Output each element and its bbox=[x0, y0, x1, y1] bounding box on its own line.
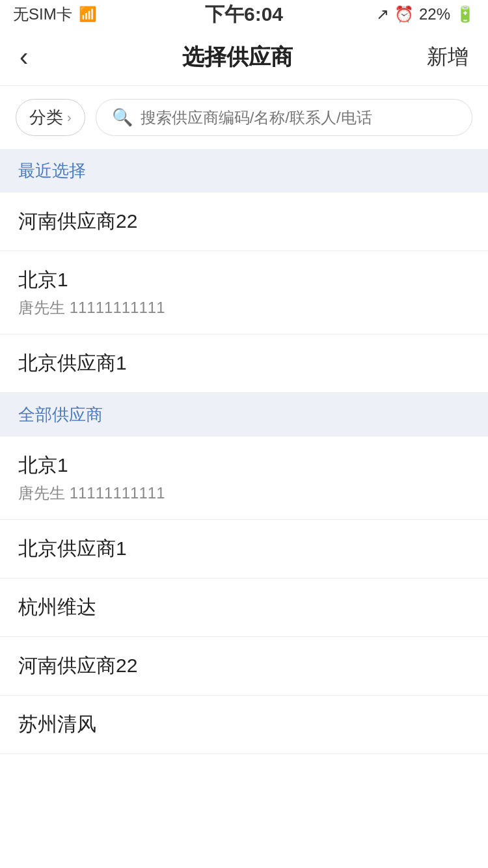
wifi-icon: 📶 bbox=[79, 6, 96, 23]
battery-icon: 🔋 bbox=[455, 5, 475, 23]
add-button[interactable]: 新增 bbox=[416, 43, 468, 72]
chevron-icon: › bbox=[67, 110, 72, 125]
list-item[interactable]: 苏州清风 bbox=[0, 696, 488, 754]
list-item[interactable]: 河南供应商22 bbox=[0, 193, 488, 251]
search-icon: 🔍 bbox=[112, 107, 133, 128]
search-box[interactable]: 🔍 bbox=[96, 99, 472, 136]
category-label: 分类 bbox=[29, 106, 63, 129]
status-right: ↗ ⏰ 22% 🔋 bbox=[376, 5, 475, 23]
status-bar: 无SIM卡 📶 下午6:04 ↗ ⏰ 22% 🔋 bbox=[0, 0, 488, 29]
alarm-icon: ⏰ bbox=[394, 5, 414, 23]
item-name: 北京供应商1 bbox=[18, 350, 470, 377]
list-item[interactable]: 杭州维达 bbox=[0, 578, 488, 637]
item-name: 北京供应商1 bbox=[18, 536, 470, 562]
item-contact: 唐先生 11111111111 bbox=[18, 297, 470, 318]
carrier-text: 无SIM卡 bbox=[13, 4, 72, 25]
recent-section-header: 最近选择 bbox=[0, 149, 488, 193]
item-name: 河南供应商22 bbox=[18, 653, 470, 679]
status-left: 无SIM卡 📶 bbox=[13, 4, 96, 25]
list-item[interactable]: 北京1唐先生 11111111111 bbox=[0, 437, 488, 520]
battery-text: 22% bbox=[419, 5, 450, 23]
item-name: 河南供应商22 bbox=[18, 208, 470, 235]
status-time: 下午6:04 bbox=[205, 1, 283, 28]
recent-section-label: 最近选择 bbox=[18, 161, 86, 180]
item-name: 苏州清风 bbox=[18, 711, 470, 738]
item-name: 杭州维达 bbox=[18, 594, 470, 621]
search-input[interactable] bbox=[141, 109, 456, 127]
filter-bar: 分类 › 🔍 bbox=[0, 86, 488, 149]
location-icon: ↗ bbox=[376, 5, 389, 23]
list-item[interactable]: 北京1唐先生 11111111111 bbox=[0, 251, 488, 334]
back-button[interactable]: ‹ bbox=[20, 42, 59, 72]
all-section-header: 全部供应商 bbox=[0, 393, 488, 437]
list-item[interactable]: 河南供应商22 bbox=[0, 637, 488, 696]
page-title: 选择供应商 bbox=[59, 42, 416, 72]
recent-items-list: 河南供应商22北京1唐先生 11111111111北京供应商1 bbox=[0, 193, 488, 393]
all-section-label: 全部供应商 bbox=[18, 405, 103, 424]
item-name: 北京1 bbox=[18, 267, 470, 293]
list-item[interactable]: 北京供应商1 bbox=[0, 520, 488, 578]
nav-bar: ‹ 选择供应商 新增 bbox=[0, 29, 488, 86]
item-name: 北京1 bbox=[18, 452, 470, 479]
item-contact: 唐先生 11111111111 bbox=[18, 483, 470, 504]
all-items-list: 北京1唐先生 11111111111北京供应商1杭州维达河南供应商22苏州清风 bbox=[0, 437, 488, 754]
category-button[interactable]: 分类 › bbox=[16, 99, 85, 136]
list-item[interactable]: 北京供应商1 bbox=[0, 334, 488, 393]
